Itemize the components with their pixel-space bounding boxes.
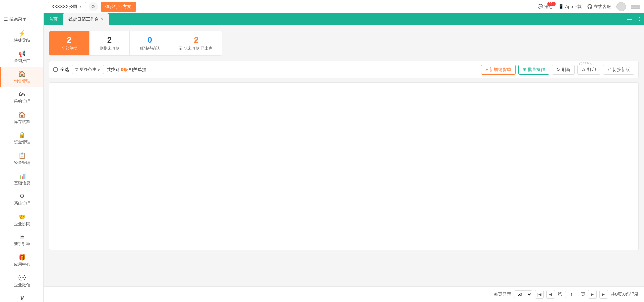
- sidebar-item-label: 销售管理: [14, 78, 30, 84]
- sidebar-item-label: 快捷导航: [14, 38, 30, 43]
- tab-minimize-icon[interactable]: —: [627, 16, 632, 22]
- enterprise-icon: 🤝: [18, 213, 26, 221]
- tab-maximize-icon[interactable]: ⛶: [635, 16, 640, 22]
- chevron-down-icon: ∨: [97, 67, 100, 72]
- sidebar-item-label: 采购管理: [14, 99, 30, 104]
- settings-button[interactable]: ⚙: [89, 2, 98, 11]
- refresh-label: 刷新: [561, 67, 570, 73]
- message-action[interactable]: 💬 消息 99+: [538, 4, 553, 10]
- purchase-icon: 🛍: [19, 91, 25, 98]
- tab-home[interactable]: 首页: [44, 13, 63, 25]
- overdue-label: 到期未收款: [99, 46, 120, 51]
- tab-home-label: 首页: [49, 16, 58, 22]
- sidebar-item-label: 新手引导: [14, 241, 30, 247]
- sidebar-item-marketing[interactable]: 📢 营销推广: [0, 47, 43, 67]
- last-page-button[interactable]: ▶|: [599, 290, 608, 299]
- summary-card-pending[interactable]: 0 旺辅待确认: [130, 31, 170, 55]
- company-name: XXXXXX公司: [51, 4, 77, 10]
- overdue-out-label: 到期未收款 已出库: [179, 46, 213, 51]
- app-download-label: App下载: [565, 4, 582, 10]
- batch-label: 批量操作: [528, 67, 545, 73]
- batch-icon: ⊞: [523, 67, 526, 72]
- sidebar-item-basic[interactable]: 📊 基础信息: [0, 169, 43, 189]
- guide-icon: 🖥: [19, 234, 25, 241]
- page-label-suffix: 页: [581, 291, 585, 297]
- table-area: [49, 82, 639, 250]
- sidebar-item-inventory[interactable]: 🏠 库存核算: [0, 108, 43, 128]
- main-content: 2 全部单据 2 到期未收款 0 旺辅待确认 2 到期未收款 已出库 全选 ▽ …: [44, 25, 644, 302]
- prev-page-button[interactable]: ◀: [546, 290, 555, 299]
- sidebar-item-quick-nav[interactable]: ⚡ 快捷导航: [0, 26, 43, 47]
- next-page-button[interactable]: ▶: [588, 290, 597, 299]
- all-count: 2: [59, 35, 80, 45]
- summary-card-overdue[interactable]: 2 到期未收款: [90, 31, 130, 55]
- quick-nav-icon: ⚡: [18, 29, 26, 37]
- member-icon: V: [20, 295, 24, 302]
- sidebar-item-operation[interactable]: 📋 经营管理: [0, 148, 43, 169]
- tab-bar-actions: — ⛶: [627, 16, 644, 22]
- service-icon: 🎧: [587, 4, 592, 9]
- sidebar-item-purchase[interactable]: 🛍 采购管理: [0, 87, 43, 108]
- found-suffix: 相关单据: [129, 67, 146, 72]
- pagination-bar: 每页显示 50 100 200 |◀ ◀ 第 1 页 ▶ ▶| 共0页,0条记录: [44, 286, 644, 302]
- marketing-icon: 📢: [18, 50, 26, 57]
- toolbar-left: 全选 ▽ 更多条件 ∨ 共找到 0条 相关单据: [53, 65, 478, 74]
- add-icon: +: [485, 67, 488, 72]
- sidebar-item-label: 企业微信: [14, 282, 30, 288]
- search-icon: ☰: [4, 17, 8, 22]
- top-header: XXXXXX公司 ▼ ⚙ 体验行业方案 💬 消息 99+ 📱 App下载 🎧 在…: [0, 0, 644, 13]
- refresh-icon: ↻: [556, 67, 560, 72]
- sidebar-item-wechat[interactable]: 💬 企业微信: [0, 271, 43, 291]
- overdue-count: 2: [99, 35, 120, 45]
- batch-button[interactable]: ⊞ 批量操作: [518, 65, 549, 75]
- switch-version-button[interactable]: ⇄ 切换新版: [603, 65, 634, 75]
- switch-icon: ⇄: [607, 67, 611, 72]
- app-download-action[interactable]: 📱 App下载: [558, 4, 582, 10]
- page-input[interactable]: 1: [565, 291, 578, 298]
- sidebar-item-label: 应用中心: [14, 262, 30, 267]
- select-all-checkbox[interactable]: [53, 67, 58, 72]
- avatar[interactable]: [616, 2, 626, 11]
- total-info: 共0页,0条记录: [611, 291, 639, 297]
- sidebar-item-system[interactable]: ⚙ 系统管理: [0, 189, 43, 210]
- all-label: 全部单据: [59, 46, 80, 51]
- often-text: OfTEn: [579, 61, 592, 66]
- sales-icon: 🏠: [18, 70, 26, 78]
- found-prefix: 共找到: [107, 67, 120, 72]
- filter-button[interactable]: ▽ 更多条件 ∨: [72, 65, 104, 74]
- company-selector[interactable]: XXXXXX公司 ▼: [48, 2, 86, 11]
- inventory-icon: 🏠: [18, 111, 26, 118]
- sidebar-item-finance[interactable]: 🔒 资金管理: [0, 128, 43, 148]
- refresh-button[interactable]: ↻ 刷新: [552, 65, 575, 75]
- chevron-down-icon: ▼: [79, 5, 82, 8]
- sidebar-item-label: 企业协同: [14, 221, 30, 227]
- switch-label: 切换新版: [612, 67, 630, 73]
- per-page-select[interactable]: 50 100 200: [514, 290, 532, 298]
- summary-card-overdue-out[interactable]: 2 到期未收款 已出库: [170, 31, 222, 55]
- sidebar-item-sales[interactable]: 🏠 销售管理: [0, 67, 43, 87]
- sidebar-item-label: 经营管理: [14, 160, 30, 166]
- sidebar-item-guide[interactable]: 🖥 新手引导: [0, 230, 43, 250]
- sidebar-item-label: 资金管理: [14, 139, 30, 145]
- summary-card-all[interactable]: 2 全部单据: [49, 31, 90, 55]
- experience-button[interactable]: 体验行业方案: [101, 2, 136, 12]
- per-page-label: 每页显示: [494, 291, 511, 297]
- online-service-action[interactable]: 🎧 在线客服: [587, 4, 611, 10]
- sidebar: 畅 畅捷通好生意 标准版 ☰ 搜索菜单 ⚡ 快捷导航 📢 营销推广 🏠 销售管理…: [0, 0, 44, 302]
- sidebar-item-appstore[interactable]: 🎁 应用中心: [0, 250, 43, 271]
- pending-label: 旺辅待确认: [139, 46, 160, 51]
- search-menu-item[interactable]: ☰ 搜索菜单: [0, 13, 43, 25]
- appstore-icon: 🎁: [18, 254, 26, 261]
- finance-icon: 🔒: [18, 131, 26, 139]
- basic-icon: 📊: [18, 172, 26, 180]
- found-text: 共找到 0条 相关单据: [107, 67, 146, 73]
- toolbar: 全选 ▽ 更多条件 ∨ 共找到 0条 相关单据 + 新增销货单 ⊞ 批量操作 ↻…: [49, 61, 639, 78]
- add-order-button[interactable]: + 新增销货单: [481, 65, 516, 75]
- sidebar-item-enterprise[interactable]: 🤝 企业协同: [0, 210, 43, 230]
- message-badge: 99+: [547, 2, 556, 6]
- tab-active[interactable]: 钱货日清工作台 ×: [63, 13, 109, 25]
- summary-cards: 2 全部单据 2 到期未收款 0 旺辅待确认 2 到期未收款 已出库: [49, 31, 222, 56]
- first-page-button[interactable]: |◀: [535, 290, 544, 299]
- sidebar-item-member[interactable]: V 畅会员: [0, 291, 43, 302]
- tab-close-icon[interactable]: ×: [101, 17, 103, 22]
